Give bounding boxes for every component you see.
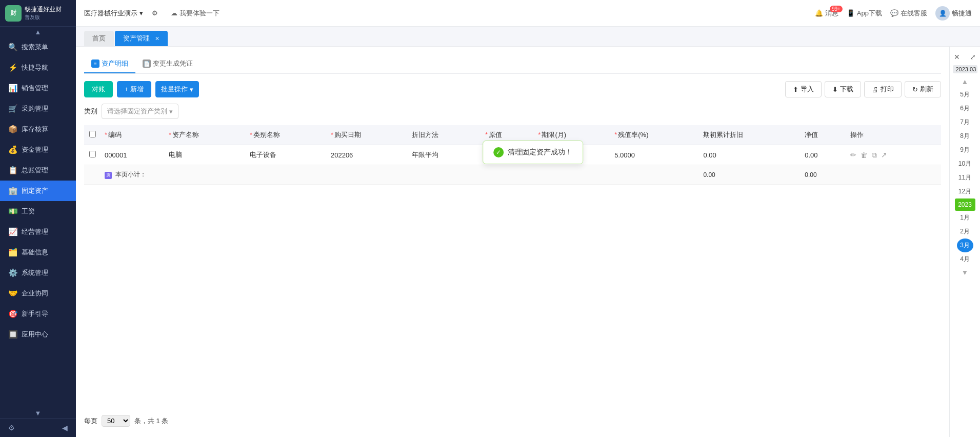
basic-info-icon: 🗂️ — [8, 248, 17, 257]
month-item-9[interactable]: 9月 — [953, 143, 977, 157]
month-item-10[interactable]: 10月 — [953, 157, 977, 171]
year-2023-mark[interactable]: 2023 — [955, 198, 975, 211]
category-filter-placeholder: 请选择固定资产类别 — [107, 107, 167, 116]
enterprise-icon: 🤝 — [8, 289, 17, 298]
tab-home[interactable]: 首页 — [84, 31, 114, 46]
sidebar-item-quicknav[interactable]: ⚡ 快捷导航 — [0, 57, 76, 78]
toolbar-left: 对账 + 新增 批量操作 ▾ — [84, 81, 199, 97]
month-item-12[interactable]: 12月 — [953, 185, 977, 198]
month-item-5[interactable]: 5月 — [953, 88, 977, 102]
edit-icon[interactable]: ✏ — [850, 151, 856, 160]
sidebar-item-sales[interactable]: 📊 销售管理 — [0, 78, 76, 98]
sidebar-item-app-center[interactable]: 🔲 应用中心 — [0, 324, 76, 345]
select-all-checkbox[interactable] — [89, 131, 96, 137]
category-dropdown-icon: ▾ — [169, 108, 173, 115]
more-icon[interactable]: ↗ — [881, 151, 887, 160]
purchase-icon: 🛒 — [8, 104, 17, 113]
download-icon: ⬇ — [832, 86, 838, 93]
header-purchase-date: *购买日期 — [327, 125, 408, 145]
sub-tab-voucher-gen[interactable]: 📄 变更生成凭证 — [135, 55, 200, 73]
sidebar-nav: 🔍 搜索菜单 ⚡ 快捷导航 📊 销售管理 🛒 采购管理 📦 库存核算 💰 资金管… — [0, 37, 76, 408]
panel-scroll-up-btn[interactable]: ▲ — [959, 75, 971, 88]
current-period-label[interactable]: 2023.03 — [953, 65, 977, 73]
sub-tabs: ≡ 资产明细 📄 变更生成凭证 — [84, 55, 941, 74]
company-name: 医疗器械行业演示 — [84, 9, 137, 18]
salary-icon: 💵 — [8, 207, 17, 216]
month-item-8[interactable]: 8月 — [953, 129, 977, 143]
import-button[interactable]: ⬆ 导入 — [785, 81, 822, 97]
copy-icon[interactable]: ⧉ — [872, 151, 877, 160]
sidebar-item-salary[interactable]: 💵 工资 — [0, 201, 76, 222]
header-action: 操作 — [846, 125, 941, 145]
user-profile[interactable]: 👤 畅捷通 — [935, 6, 972, 21]
sidebar-scroll-up[interactable]: ▲ — [0, 27, 76, 37]
per-page-select[interactable]: 50 100 200 — [102, 415, 130, 427]
download-button[interactable]: ⬇ 下载 — [825, 81, 861, 97]
panel-close-button[interactable]: ✕ — [954, 53, 960, 61]
row-checkbox[interactable] — [89, 151, 96, 157]
sub-tab-asset-detail[interactable]: ≡ 资产明细 — [84, 55, 135, 73]
row-asset-name: 电脑 — [165, 145, 246, 165]
panel-scroll-down-btn[interactable]: ▼ — [959, 266, 971, 279]
sidebar-bottom: ⚙ ◀ — [0, 418, 76, 437]
category-filter-select[interactable]: 请选择固定资产类别 ▾ — [102, 104, 178, 119]
month-item-7[interactable]: 7月 — [953, 115, 977, 129]
row-residual-rate: 5.0000 — [610, 145, 699, 165]
online-service-btn[interactable]: 💬 在线客服 — [890, 9, 927, 18]
row-checkbox-cell — [84, 145, 101, 165]
system-icon: ⚙️ — [8, 268, 17, 277]
sidebar-item-basic-info[interactable]: 🗂️ 基础信息 — [0, 242, 76, 263]
print-button[interactable]: 🖨 打印 — [864, 81, 902, 97]
settings-btn[interactable]: ⚙ — [147, 6, 163, 21]
filter-row: 类别 请选择固定资产类别 ▾ — [84, 104, 941, 119]
sidebar-item-finance[interactable]: 💰 资金管理 — [0, 140, 76, 160]
sidebar-item-search[interactable]: 🔍 搜索菜单 — [0, 37, 76, 57]
notifications-btn[interactable]: 🔔 消息 99+ — [815, 9, 838, 18]
header-net-value: 净值 — [801, 125, 846, 145]
tab-asset-management[interactable]: 资产管理 ✕ — [115, 31, 168, 46]
company-selector[interactable]: 医疗器械行业演示 ▾ — [84, 9, 143, 18]
sidebar-item-enterprise[interactable]: 🤝 企业协同 — [0, 283, 76, 304]
category-filter-label: 类别 — [84, 107, 97, 116]
month-item-4[interactable]: 4月 — [953, 252, 977, 266]
sidebar-item-management[interactable]: 📈 经营管理 — [0, 222, 76, 242]
download-icon: 📱 — [847, 9, 855, 17]
new-button[interactable]: + 新增 — [117, 81, 151, 97]
sidebar-item-ledger[interactable]: 📋 总账管理 — [0, 160, 76, 181]
delete-icon[interactable]: 🗑 — [861, 151, 868, 160]
sidebar-item-label: 搜索菜单 — [22, 43, 48, 52]
month-item-1[interactable]: 1月 — [953, 211, 977, 225]
sidebar-item-purchase[interactable]: 🛒 采购管理 — [0, 98, 76, 119]
dropdown-icon: ▾ — [139, 9, 143, 17]
notification-badge: 99+ — [830, 6, 843, 12]
collapse-icon[interactable]: ◀ — [62, 424, 68, 432]
reconcile-button[interactable]: 对账 — [84, 81, 113, 97]
app-download-btn[interactable]: 📱 App下载 — [847, 9, 882, 18]
panel-expand-button[interactable]: ⤢ — [970, 53, 976, 61]
sidebar-item-label: 资金管理 — [22, 145, 48, 154]
batch-button[interactable]: 批量操作 ▾ — [155, 81, 199, 97]
inventory-icon: 📦 — [8, 125, 17, 134]
month-item-11[interactable]: 11月 — [953, 171, 977, 185]
sidebar-item-label: 库存核算 — [22, 125, 48, 134]
month-item-6[interactable]: 6月 — [953, 102, 977, 115]
header-category: *类别名称 — [246, 125, 327, 145]
app-logo-icon: 财 — [5, 5, 22, 22]
sidebar-item-guide[interactable]: 🎯 新手引导 — [0, 304, 76, 324]
settings-icon[interactable]: ⚙ — [8, 424, 15, 432]
row-depreciation-method: 年限平均 — [408, 145, 481, 165]
sidebar-scroll-down[interactable]: ▼ — [0, 408, 76, 418]
panel-header: ✕ ⤢ — [950, 51, 980, 63]
month-item-3-current[interactable]: 3月 — [957, 239, 973, 252]
month-item-2[interactable]: 2月 — [953, 225, 977, 239]
tab-close-icon[interactable]: ✕ — [155, 35, 159, 42]
content-area: ≡ 资产明细 📄 变更生成凭证 对账 + 新增 — [76, 47, 980, 437]
sidebar-item-inventory[interactable]: 📦 库存核算 — [0, 119, 76, 140]
success-toast: ✓ 清理固定资产成功！ — [483, 141, 583, 164]
sidebar-item-system[interactable]: ⚙️ 系统管理 — [0, 263, 76, 283]
sidebar-item-label: 应用中心 — [22, 330, 48, 339]
sidebar-item-fixed-assets[interactable]: 🏢 固定资产 — [0, 181, 76, 201]
sidebar-item-label: 系统管理 — [22, 268, 48, 277]
experience-btn[interactable]: ☁ 我要体验一下 — [171, 9, 219, 18]
refresh-button[interactable]: ↻ 刷新 — [905, 81, 941, 97]
